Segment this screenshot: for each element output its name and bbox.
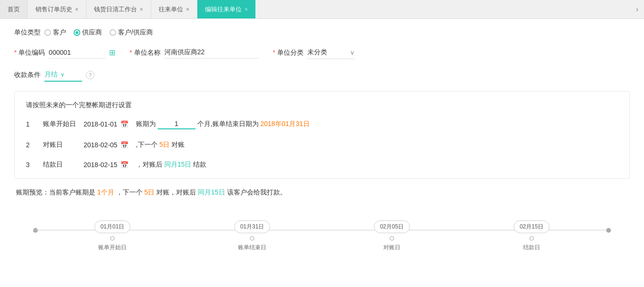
- unit-category-select[interactable]: 未分类 ∨: [307, 46, 355, 59]
- unit-code-label: 单位编码: [14, 49, 45, 57]
- period-month-input[interactable]: [158, 119, 195, 129]
- tab-sales-history[interactable]: 销售订单历史 ×: [28, 0, 86, 18]
- tab-cash-work[interactable]: 钱货日清工作台 ×: [86, 0, 151, 18]
- period-date-3: 2018-02-15 📅: [84, 161, 128, 169]
- period-row-1: 1 账单开始日 2018-01-01 📅 账期为 个月,账单结束日期为 2018…: [26, 119, 618, 129]
- timeline-label-0: 账单开始日: [98, 244, 127, 252]
- radio-group: 客户 供应商 客户/供应商: [44, 28, 153, 37]
- unit-name-label: 单位名称: [129, 49, 160, 57]
- period-num-2: 2: [26, 141, 35, 149]
- unit-type-label: 单位类型: [14, 28, 41, 37]
- period-desc-suffix-2: 对账: [171, 141, 185, 149]
- unit-name-input[interactable]: [164, 47, 259, 59]
- period-title: 请按照未来的一个完整帐期进行设置: [26, 101, 618, 110]
- period-num-1: 1: [26, 120, 35, 128]
- unit-category-value: 未分类: [307, 48, 348, 57]
- radio-customer-circle: [44, 29, 51, 36]
- tab-sales-history-label: 销售订单历史: [35, 5, 72, 14]
- period-date-value-1: 2018-01-01: [84, 120, 118, 128]
- period-date-2: 2018-02-05 📅: [84, 141, 128, 149]
- period-desc-1: 账期为 个月,账单结束日期为 2018年01月31日: [136, 119, 310, 129]
- period-label-3: 结款日: [43, 160, 76, 169]
- period-desc-prefix-3: ，对账后: [136, 160, 162, 169]
- unit-type-row: 单位类型 客户 供应商 客户/供应商: [14, 28, 630, 37]
- help-icon[interactable]: ?: [86, 71, 94, 79]
- payment-row: 收款条件 月结 ∨ ?: [14, 68, 630, 82]
- period-end-date-1: 2018年01月31日: [261, 120, 310, 128]
- radio-supplier[interactable]: 供应商: [74, 28, 102, 37]
- unit-info-row: 单位编码 ⊞ 单位名称 单位分类 未分类 ∨: [14, 46, 630, 59]
- timeline-badge-2: 02月05日: [374, 220, 410, 233]
- preview-suffix: 该客户会给我打款。: [227, 188, 287, 196]
- period-label-2: 对账日: [43, 141, 76, 149]
- radio-customer[interactable]: 客户: [44, 28, 66, 37]
- tab-partners-close[interactable]: ×: [186, 6, 189, 13]
- tab-home-label: 首页: [8, 5, 20, 14]
- timeline-badge-1: 01月31日: [234, 220, 271, 233]
- unit-category-label: 单位分类: [273, 49, 304, 57]
- timeline-point-1: 01月31日账单结束日: [234, 220, 271, 252]
- tab-partners-label: 往来单位: [159, 5, 183, 14]
- timeline-point-0: 01月01日账单开始日: [94, 220, 131, 252]
- period-date-value-2: 2018-02-05: [84, 141, 118, 149]
- radio-both[interactable]: 客户/供应商: [110, 28, 153, 37]
- tab-edit-partner-label: 编辑往来单位: [205, 5, 242, 14]
- tab-cash-work-close[interactable]: ×: [140, 6, 143, 13]
- period-desc-2: ,下一个 5日 对账: [136, 141, 185, 149]
- preview-prefix: 账期预览：当前客户账期是: [16, 188, 95, 196]
- tab-edit-partner-close[interactable]: ×: [245, 6, 248, 13]
- radio-both-circle: [110, 29, 116, 36]
- payment-value: 月结: [44, 70, 58, 79]
- tab-cash-work-label: 钱货日清工作台: [94, 5, 137, 14]
- period-row-2: 2 对账日 2018-02-05 📅 ,下一个 5日 对账: [26, 141, 618, 149]
- period-desc-3: ，对账后 同月15日 结款: [136, 160, 207, 169]
- timeline: 01月01日账单开始日01月31日账单结束日02月05日对账日02月15日结款日: [14, 211, 630, 270]
- unit-name-field: 单位名称: [129, 47, 258, 59]
- timeline-badge-0: 01月01日: [94, 220, 131, 233]
- period-desc-teal-3: 同月15日: [164, 160, 192, 169]
- period-desc-orange-2: 5日: [160, 141, 170, 149]
- timeline-label-3: 结款日: [523, 244, 540, 252]
- payment-select[interactable]: 月结 ∨: [44, 68, 82, 82]
- unit-code-field: 单位编码 ⊞: [14, 47, 115, 59]
- payment-label: 收款条件: [14, 71, 41, 79]
- radio-customer-label: 客户: [53, 28, 66, 37]
- period-box: 请按照未来的一个完整帐期进行设置 1 账单开始日 2018-01-01 📅 账期…: [14, 91, 630, 179]
- preview-middle1: ，下一个: [116, 188, 143, 196]
- period-date-1: 2018-01-01 📅: [84, 120, 128, 128]
- preview-orange1: 1个月: [97, 188, 114, 196]
- timeline-point-2: 02月05日对账日: [374, 220, 410, 252]
- timeline-label-1: 账单结束日: [238, 244, 266, 252]
- tab-edit-partner[interactable]: 编辑往来单位 ×: [197, 0, 255, 18]
- calendar-icon-1[interactable]: 📅: [120, 120, 128, 128]
- timeline-dot-3: [529, 236, 534, 241]
- timeline-dot-2: [390, 236, 394, 241]
- preview-text: 账期预览：当前客户账期是 1个月 ，下一个 5日 对账，对账后 同月15日 该客…: [14, 188, 630, 197]
- period-desc-suffix-3: 结款: [193, 160, 206, 169]
- period-prefix-1: 账期为: [136, 120, 156, 128]
- calendar-icon-2[interactable]: 📅: [120, 141, 128, 149]
- calendar-icon-3[interactable]: 📅: [120, 161, 128, 169]
- unit-category-field: 单位分类 未分类 ∨: [273, 46, 355, 59]
- period-desc-prefix-2: ,下一个: [136, 141, 158, 149]
- period-date-value-3: 2018-02-15: [84, 161, 118, 169]
- tab-sales-history-close[interactable]: ×: [75, 6, 78, 13]
- preview-middle2: 对账，对账后: [156, 188, 196, 196]
- copy-icon[interactable]: ⊞: [109, 48, 115, 57]
- main-content: 单位类型 客户 供应商 客户/供应商 单位编码 ⊞: [0, 19, 644, 287]
- tab-partners[interactable]: 往来单位 ×: [151, 0, 197, 18]
- unit-code-input[interactable]: [49, 47, 105, 59]
- timeline-label-2: 对账日: [383, 244, 400, 252]
- preview-teal1: 同月15日: [198, 188, 225, 196]
- period-label-1: 账单开始日: [43, 120, 76, 128]
- payment-chevron: ∨: [60, 71, 65, 78]
- period-row-3: 3 结款日 2018-02-15 📅 ，对账后 同月15日 结款: [26, 160, 618, 169]
- tab-home[interactable]: 首页: [0, 0, 28, 18]
- tab-bar: 首页 销售订单历史 × 钱货日清工作台 × 往来单位 × 编辑往来单位 × ›: [0, 0, 644, 19]
- timeline-badge-3: 02月15日: [514, 220, 550, 233]
- period-num-3: 3: [26, 161, 35, 169]
- radio-supplier-circle: [74, 29, 80, 36]
- period-suffix-1: 个月,账单结束日期为: [197, 120, 259, 128]
- radio-supplier-label: 供应商: [82, 28, 102, 37]
- tab-expand-icon[interactable]: ›: [630, 5, 644, 14]
